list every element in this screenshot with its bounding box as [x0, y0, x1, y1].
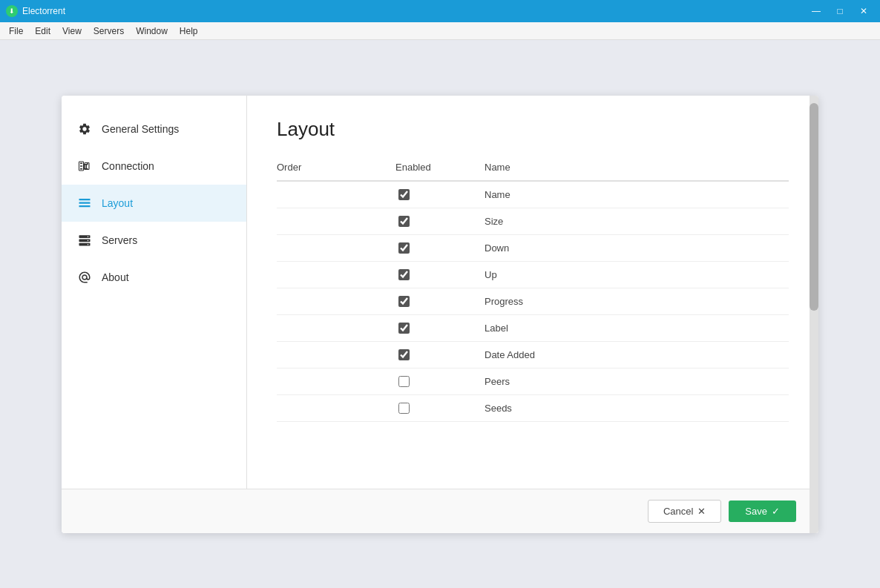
- cancel-icon: ✕: [697, 506, 706, 517]
- checkbox-seeds[interactable]: [398, 403, 410, 414]
- checkbox-down[interactable]: [398, 242, 410, 254]
- sidebar-layout-label: Layout: [102, 197, 133, 209]
- table-row: Down: [277, 234, 789, 261]
- cell-order-2: [277, 234, 395, 261]
- sidebar-item-general-settings[interactable]: General Settings: [62, 110, 246, 148]
- save-label: Save: [745, 506, 767, 517]
- col-header-enabled: Enabled: [395, 156, 485, 181]
- table-row: Peers: [277, 368, 789, 394]
- main-area: General Settings Connection: [0, 40, 880, 588]
- table-row: Up: [277, 261, 789, 288]
- cell-name-0: Name: [485, 181, 789, 208]
- sidebar: General Settings Connection: [62, 96, 247, 489]
- svg-point-10: [88, 243, 89, 245]
- cell-order-7: [277, 368, 395, 394]
- checkbox-progress[interactable]: [398, 296, 410, 307]
- cell-name-1: Size: [485, 208, 789, 234]
- checkbox-peers[interactable]: [398, 376, 410, 387]
- sidebar-item-servers[interactable]: Servers: [62, 222, 246, 259]
- at-sign-icon: [76, 269, 93, 285]
- svg-rect-3: [79, 202, 91, 203]
- sidebar-item-connection[interactable]: Connection: [62, 148, 246, 185]
- cell-enabled-2[interactable]: [395, 234, 485, 261]
- menu-help[interactable]: Help: [174, 24, 204, 38]
- cell-order-5: [277, 314, 395, 341]
- dialog-body: General Settings Connection: [62, 96, 818, 489]
- save-button[interactable]: Save ✓: [729, 501, 796, 522]
- cell-enabled-5[interactable]: [395, 314, 485, 341]
- menu-edit[interactable]: Edit: [29, 24, 56, 38]
- table-row: Date Added: [277, 341, 789, 368]
- cell-name-3: Up: [485, 261, 789, 288]
- page-title: Layout: [277, 118, 789, 141]
- maximize-button[interactable]: □: [830, 4, 850, 19]
- checkbox-size[interactable]: [398, 216, 410, 227]
- svg-rect-2: [79, 199, 91, 200]
- menu-file[interactable]: File: [3, 24, 29, 38]
- cell-order-0: [277, 181, 395, 208]
- cell-name-6: Date Added: [485, 341, 789, 368]
- cell-name-2: Down: [485, 234, 789, 261]
- checkbox-date-added[interactable]: [398, 349, 410, 360]
- sidebar-item-about[interactable]: About: [62, 259, 246, 296]
- menu-window[interactable]: Window: [130, 24, 174, 38]
- table-row: Name: [277, 181, 789, 208]
- cell-enabled-4[interactable]: [395, 288, 485, 314]
- cell-order-3: [277, 261, 395, 288]
- servers-icon: [76, 232, 93, 248]
- col-header-name: Name: [485, 156, 789, 181]
- table-header-row: Order Enabled Name: [277, 156, 789, 181]
- connection-icon: [76, 158, 93, 174]
- close-button[interactable]: ✕: [853, 4, 874, 19]
- sidebar-servers-label: Servers: [102, 234, 137, 246]
- layout-table: Order Enabled Name NameSizeDownUpProgres…: [277, 156, 789, 422]
- cell-order-4: [277, 288, 395, 314]
- svg-point-8: [88, 236, 89, 237]
- gear-icon: [76, 121, 93, 137]
- menu-servers[interactable]: Servers: [88, 24, 130, 38]
- title-bar: Electorrent — □ ✕: [0, 0, 880, 22]
- cell-enabled-6[interactable]: [395, 341, 485, 368]
- cell-name-8: Seeds: [485, 394, 789, 421]
- cancel-label: Cancel: [663, 506, 693, 517]
- sidebar-general-settings-label: General Settings: [102, 123, 179, 135]
- cell-enabled-7[interactable]: [395, 368, 485, 394]
- table-row: Progress: [277, 288, 789, 314]
- scrollbar-track[interactable]: [810, 96, 818, 489]
- cell-order-6: [277, 341, 395, 368]
- svg-point-9: [88, 240, 89, 241]
- content-area: Layout Order Enabled Name NameSizeDownUp…: [247, 96, 818, 489]
- sidebar-item-layout[interactable]: Layout: [62, 185, 246, 222]
- scrollbar-thumb[interactable]: [810, 103, 818, 311]
- cell-name-7: Peers: [485, 368, 789, 394]
- app-title: Electorrent: [22, 6, 65, 16]
- cell-name-4: Progress: [485, 288, 789, 314]
- title-bar-left: Electorrent: [6, 5, 65, 17]
- cell-order-1: [277, 208, 395, 234]
- svg-rect-4: [79, 205, 91, 207]
- checkbox-name[interactable]: [398, 189, 410, 200]
- minimize-button[interactable]: —: [806, 4, 827, 19]
- col-header-order: Order: [277, 156, 395, 181]
- dialog-footer: Cancel ✕ Save ✓: [62, 489, 818, 533]
- cell-order-8: [277, 394, 395, 421]
- cell-enabled-1[interactable]: [395, 208, 485, 234]
- cell-enabled-8[interactable]: [395, 394, 485, 421]
- menu-bar: File Edit View Servers Window Help: [0, 22, 880, 40]
- sidebar-connection-label: Connection: [102, 160, 154, 172]
- layout-icon: [76, 195, 93, 211]
- save-icon: ✓: [772, 506, 780, 517]
- checkbox-label[interactable]: [398, 323, 410, 334]
- checkbox-up[interactable]: [398, 269, 410, 280]
- table-row: Label: [277, 314, 789, 341]
- table-row: Seeds: [277, 394, 789, 421]
- cell-enabled-0[interactable]: [395, 181, 485, 208]
- table-row: Size: [277, 208, 789, 234]
- cancel-button[interactable]: Cancel ✕: [648, 500, 721, 523]
- menu-view[interactable]: View: [56, 24, 88, 38]
- settings-dialog: General Settings Connection: [62, 96, 818, 533]
- app-icon: [6, 5, 18, 17]
- cell-enabled-3[interactable]: [395, 261, 485, 288]
- title-bar-controls: — □ ✕: [806, 4, 874, 19]
- sidebar-about-label: About: [102, 271, 129, 283]
